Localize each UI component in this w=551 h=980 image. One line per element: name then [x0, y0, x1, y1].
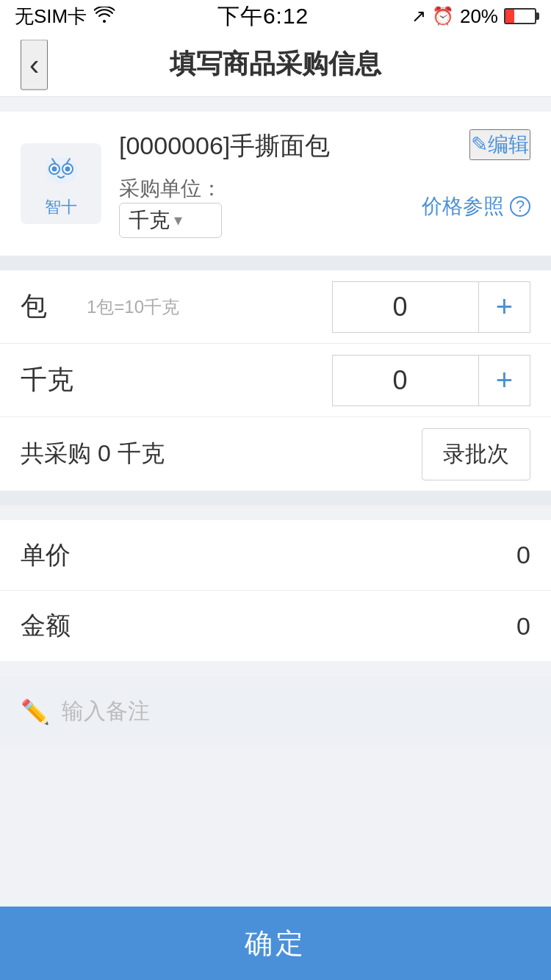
price-ref-button[interactable]: 价格参照 ? — [422, 192, 530, 220]
nav-bar: ‹ 填写商品采购信息 — [0, 32, 551, 97]
section-divider-2 — [0, 491, 551, 505]
product-logo-label: 智十 — [45, 196, 77, 218]
kg-qty-input[interactable] — [332, 355, 479, 406]
back-button[interactable]: ‹ — [21, 39, 48, 90]
kg-label: 千克 — [21, 362, 79, 398]
status-bar: 无SIM卡 下午6:12 ↗ ⏰ 20% — [0, 0, 551, 32]
bag-qty-input[interactable] — [332, 281, 479, 333]
product-card: 智十 [0000006]手撕面包 ✎编辑 采购单位： 千克 ▾ 价格参照 — [0, 112, 551, 256]
unit-price-value: 0 — [94, 541, 530, 569]
product-info: [0000006]手撕面包 ✎编辑 采购单位： 千克 ▾ 价格参照 ? — [119, 129, 530, 238]
unit-price-label: 单价 — [21, 538, 94, 572]
status-time: 下午6:12 — [217, 1, 309, 32]
bag-label: 包 — [21, 289, 79, 325]
info-section: 单价 0 金额 0 — [0, 520, 551, 661]
kg-plus-button[interactable]: + — [479, 355, 530, 406]
summary-row: 共采购 0 千克 录批次 — [0, 417, 551, 491]
battery-percent: 20% — [460, 5, 498, 28]
unit-select[interactable]: 千克 ▾ — [119, 203, 222, 238]
summary-amount: 0 — [98, 440, 111, 466]
product-logo-icon — [39, 150, 83, 193]
bag-sublabel: 1包=10千克 — [87, 295, 179, 319]
note-section[interactable]: ✏️ 输入备注 — [0, 676, 551, 747]
unit-price-row: 单价 0 — [0, 520, 551, 591]
status-left: 无SIM卡 — [15, 4, 115, 29]
amount-label: 金额 — [21, 609, 94, 643]
kg-qty-wrap: + — [332, 355, 530, 406]
note-placeholder: 输入备注 — [62, 696, 150, 727]
amount-row: 金额 0 — [0, 591, 551, 661]
edit-button[interactable]: ✎编辑 — [469, 129, 530, 160]
battery-icon — [504, 8, 536, 24]
kg-input-row: 千克 + — [0, 344, 551, 417]
product-name: [0000006]手撕面包 — [119, 129, 330, 163]
section-divider-1 — [0, 256, 551, 270]
bag-plus-button[interactable]: + — [479, 281, 530, 333]
unit-label: 采购单位： 千克 ▾ — [119, 175, 222, 238]
alarm-icon: ⏰ — [432, 6, 454, 26]
chevron-down-icon: ▾ — [174, 211, 182, 230]
bag-qty-wrap: + — [332, 281, 530, 333]
wifi-icon — [94, 5, 115, 28]
pencil-icon: ✏️ — [21, 698, 50, 726]
bag-input-section: 包 1包=10千克 + 千克 + 共采购 0 千克 录批次 — [0, 270, 551, 491]
summary-text: 共采购 0 千克 — [21, 438, 422, 470]
help-icon: ? — [510, 196, 530, 217]
product-image: 智十 — [21, 143, 101, 224]
bag-input-row: 包 1包=10千克 + — [0, 270, 551, 344]
location-icon: ↗ — [411, 6, 426, 26]
batch-button[interactable]: 录批次 — [422, 428, 530, 480]
carrier-label: 无SIM卡 — [15, 4, 87, 29]
svg-point-4 — [65, 166, 71, 171]
status-right: ↗ ⏰ 20% — [411, 5, 536, 28]
amount-value: 0 — [94, 612, 530, 641]
page-title: 填写商品采购信息 — [170, 46, 381, 82]
confirm-button[interactable]: 确定 — [0, 907, 551, 980]
svg-point-3 — [52, 166, 57, 171]
